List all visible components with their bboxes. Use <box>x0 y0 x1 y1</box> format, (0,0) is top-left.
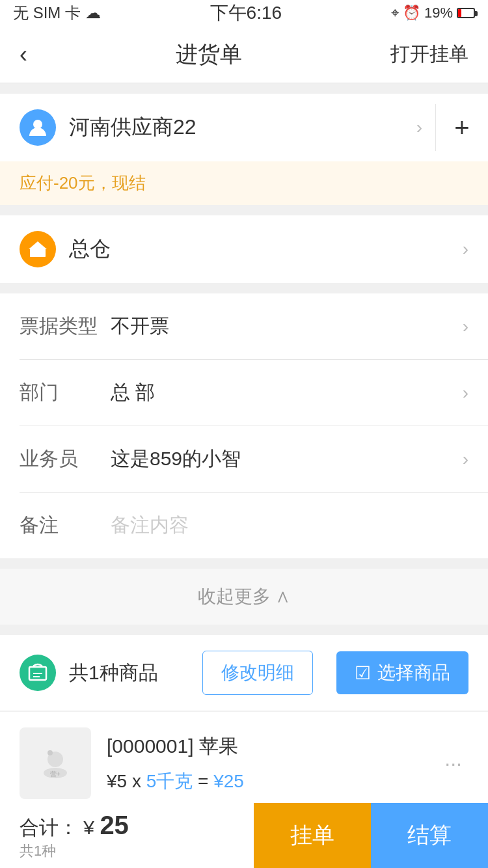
salesman-row[interactable]: 业务员 这是859的小智 › <box>0 426 488 492</box>
salesman-label: 业务员 <box>20 446 111 472</box>
modify-detail-button[interactable]: 修改明细 <box>202 651 313 695</box>
collapse-bar[interactable]: 收起更多 ∧ <box>0 569 488 625</box>
supplier-name: 河南供应商22 <box>69 113 403 142</box>
total-label: 合计： <box>20 817 78 838</box>
select-product-label: 选择商品 <box>377 660 450 685</box>
price-equals: = <box>198 771 213 791</box>
nav-bar: ‹ 进货单 打开挂单 <box>0 26 488 83</box>
product-info: [0000001] 苹果 ¥5 x 5千克 = ¥25 <box>107 733 422 794</box>
open-hang-button[interactable]: 打开挂单 <box>390 41 468 68</box>
products-count: 共1种商品 <box>69 660 189 686</box>
products-header: 共1种商品 修改明细 ☑ 选择商品 <box>0 635 488 711</box>
collapse-label: 收起更多 ∧ <box>198 584 291 609</box>
sim-status: 无 SIM 卡 ☁ <box>13 3 101 23</box>
status-right: ⌖ ⏰ 19% <box>391 5 475 21</box>
products-icon <box>20 655 56 691</box>
back-button[interactable]: ‹ <box>20 41 27 68</box>
total-sub-count: 共1种 <box>20 841 234 861</box>
warehouse-name: 总仓 <box>69 235 450 264</box>
product-code: [0000001] <box>107 735 199 757</box>
invoice-label: 票据类型 <box>20 313 111 340</box>
dept-label: 部门 <box>20 379 111 406</box>
product-name: [0000001] 苹果 <box>107 733 422 760</box>
separator-1 <box>0 83 488 94</box>
svg-text:营+: 营+ <box>50 770 61 778</box>
total-section: 合计： ¥ 25 共1种 <box>0 803 254 868</box>
dept-row[interactable]: 部门 总 部 › <box>0 360 488 426</box>
warehouse-icon <box>20 231 56 267</box>
product-item: 营+ [0000001] 苹果 ¥5 x 5千克 = ¥25 ··· <box>0 712 488 815</box>
remark-input[interactable]: 备注内容 <box>111 512 468 539</box>
notice-bar: 应付-20元，现结 <box>0 161 488 205</box>
supplier-avatar <box>20 109 56 146</box>
total-number: 25 <box>100 811 129 839</box>
supplier-selector[interactable]: 河南供应商22 › <box>0 94 435 161</box>
salesman-value: 这是859的小智 <box>111 446 463 472</box>
remark-label: 备注 <box>20 512 111 539</box>
settle-button[interactable]: 结算 <box>371 803 488 868</box>
bottom-bar: 合计： ¥ 25 共1种 挂单 结算 <box>0 803 488 868</box>
select-product-icon: ☑ <box>355 662 371 684</box>
warehouse-chevron-icon: › <box>463 239 468 260</box>
warehouse-section[interactable]: 总仓 › <box>0 215 488 283</box>
total-amount: 合计： ¥ 25 <box>20 811 234 841</box>
page-title: 进货单 <box>176 40 242 70</box>
notice-text: 应付-20元，现结 <box>20 173 146 193</box>
supplier-chevron-icon: › <box>416 117 422 138</box>
alarm-icon: ⏰ <box>403 5 420 21</box>
product-price: ¥5 x 5千克 = ¥25 <box>107 769 422 794</box>
svg-point-8 <box>47 750 53 755</box>
quantity-value: 5千克 <box>146 771 193 791</box>
price-separator: x <box>132 771 146 791</box>
total-symbol: ¥ <box>83 817 94 838</box>
battery-icon <box>457 8 475 18</box>
status-left: 无 SIM 卡 ☁ <box>13 3 101 23</box>
invoice-value: 不开票 <box>111 313 463 340</box>
status-time: 下午6:16 <box>210 1 282 25</box>
select-product-button[interactable]: ☑ 选择商品 <box>336 651 468 694</box>
hang-button[interactable]: 挂单 <box>254 803 371 868</box>
price-unit: ¥5 <box>107 771 127 791</box>
total-value: ¥25 <box>213 771 244 791</box>
status-bar: 无 SIM 卡 ☁ 下午6:16 ⌖ ⏰ 19% <box>0 0 488 26</box>
dept-chevron-icon: › <box>463 383 468 403</box>
invoice-row[interactable]: 票据类型 不开票 › <box>0 293 488 359</box>
add-supplier-button[interactable]: + <box>436 94 488 161</box>
svg-rect-3 <box>35 252 40 257</box>
salesman-chevron-icon: › <box>463 449 468 470</box>
form-section: 票据类型 不开票 › 部门 总 部 › 业务员 这是859的小智 › 备注 备注… <box>0 293 488 558</box>
supplier-section: 河南供应商22 › + <box>0 94 488 161</box>
product-more-button[interactable]: ··· <box>438 745 468 782</box>
battery-level: 19% <box>424 5 453 21</box>
svg-point-0 <box>33 120 42 129</box>
location-icon: ⌖ <box>391 5 399 21</box>
svg-marker-2 <box>29 241 47 249</box>
product-thumbnail: 营+ <box>20 727 91 799</box>
product-title: 苹果 <box>199 735 238 757</box>
dept-value: 总 部 <box>111 379 463 406</box>
invoice-chevron-icon: › <box>463 316 468 337</box>
remark-row[interactable]: 备注 备注内容 <box>0 493 488 558</box>
